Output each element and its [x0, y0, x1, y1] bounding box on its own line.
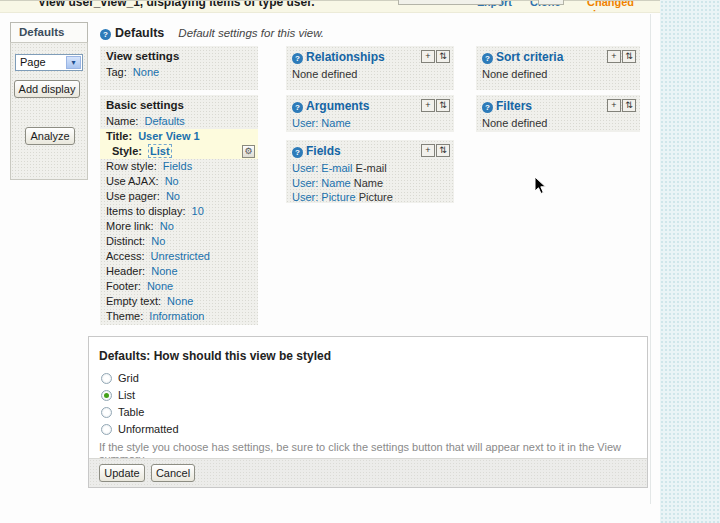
add-icon[interactable]: + [421, 50, 435, 63]
setting-label: Distinct: [106, 235, 145, 247]
radio-option-list[interactable]: List [101, 389, 135, 403]
setting-row-style: Style: List ⚙ [100, 144, 258, 159]
radio-option-table[interactable]: Table [101, 406, 144, 420]
section-buttons: +⇅ [420, 50, 450, 63]
arguments-title-link[interactable]: Arguments [306, 99, 369, 113]
setting-label: Name: [106, 115, 138, 127]
radio-icon[interactable] [101, 424, 112, 435]
basic-settings-panel: Basic settings Name: Defaults Title: Use… [100, 95, 258, 325]
field-label-suffix: Picture [356, 191, 393, 203]
sort-criteria-title-link[interactable]: Sort criteria [496, 50, 563, 64]
display-type-select[interactable]: Page ▾ [15, 54, 83, 71]
admin-tab-remnant [538, 0, 564, 5]
relationships-title-link[interactable]: Relationships [306, 50, 385, 64]
setting-value-link[interactable]: 10 [192, 205, 204, 217]
setting-label: Theme: [106, 310, 143, 322]
setting-row-empty: Empty text: None [100, 294, 258, 309]
setting-label: Use AJAX: [106, 175, 159, 187]
changed-view-link[interactable]: Changed view [587, 0, 660, 13]
setting-label: More link: [106, 220, 154, 232]
setting-value-link[interactable]: No [151, 235, 165, 247]
setting-row-ajax: Use AJAX: No [100, 174, 258, 189]
setting-value-link[interactable]: Defaults [144, 115, 184, 127]
setting-value-link[interactable]: Information [149, 310, 204, 322]
filters-empty-text: None defined [482, 116, 634, 131]
setting-row-access: Access: Unrestricted [100, 249, 258, 264]
radio-label: Table [118, 406, 144, 418]
setting-row-theme: Theme: Information [100, 309, 258, 324]
setting-value-link[interactable]: List [148, 144, 172, 158]
section-buttons: +⇅ [606, 50, 636, 63]
sort-criteria-header: ?Sort criteria +⇅ [482, 50, 634, 65]
setting-row-morelink: More link: No [100, 219, 258, 234]
field-row: User: E-mail E-mail [292, 161, 448, 176]
add-icon[interactable]: + [421, 144, 435, 157]
field-link[interactable]: User: Name [292, 177, 351, 189]
field-label-suffix: Name [351, 177, 383, 189]
fields-title-link[interactable]: Fields [306, 144, 341, 158]
setting-row-items: Items to display: 10 [100, 204, 258, 219]
style-settings-form: Defaults: How should this view be styled… [88, 336, 648, 488]
setting-value-link[interactable]: User View 1 [138, 130, 200, 142]
arguments-header: ?Arguments +⇅ [292, 99, 448, 114]
help-icon[interactable]: ? [482, 102, 493, 113]
update-button[interactable]: Update [99, 464, 145, 482]
rearrange-icon[interactable]: ⇅ [436, 99, 450, 112]
setting-row-rowstyle: Row style: Fields [100, 159, 258, 174]
radio-label: Unformatted [118, 423, 179, 435]
field-link[interactable]: User: E-mail [292, 162, 353, 174]
setting-value-link[interactable]: None [133, 66, 159, 78]
setting-value-link[interactable]: None [147, 280, 173, 292]
help-icon[interactable]: ? [292, 102, 303, 113]
basic-settings-title: Basic settings [106, 99, 252, 111]
radio-option-grid[interactable]: Grid [101, 372, 139, 386]
setting-row-distinct: Distinct: No [100, 234, 258, 249]
filters-title-link[interactable]: Filters [496, 99, 532, 113]
rearrange-icon[interactable]: ⇅ [622, 50, 636, 63]
style-settings-gear-icon[interactable]: ⚙ [242, 145, 255, 158]
help-icon[interactable]: ? [100, 29, 111, 40]
help-icon[interactable]: ? [292, 53, 303, 64]
fields-header: ?Fields +⇅ [292, 144, 448, 159]
setting-value-link[interactable]: No [165, 175, 179, 187]
radio-selected-icon[interactable] [101, 390, 112, 401]
cancel-button[interactable]: Cancel [151, 464, 195, 482]
setting-value-link[interactable]: No [166, 190, 180, 202]
setting-label: Items to display: [106, 205, 185, 217]
setting-value-link[interactable]: None [167, 295, 193, 307]
sort-criteria-empty-text: None defined [482, 67, 634, 82]
rearrange-icon[interactable]: ⇅ [622, 99, 636, 112]
setting-label: Row style: [106, 160, 157, 172]
radio-option-unformatted[interactable]: Unformatted [101, 423, 179, 437]
radio-icon[interactable] [101, 373, 112, 384]
radio-icon[interactable] [101, 407, 112, 418]
view-settings-panel: View settings Tag: None [100, 46, 258, 90]
view-settings-title: View settings [106, 50, 252, 62]
display-tab-defaults[interactable]: Defaults [10, 22, 88, 42]
add-icon[interactable]: + [607, 99, 621, 112]
analyze-button[interactable]: Analyze [25, 127, 75, 145]
setting-value-link[interactable]: No [160, 220, 174, 232]
display-heading: ?DefaultsDefault settings for this view. [100, 26, 324, 40]
setting-row-tag: Tag: None [100, 65, 258, 80]
argument-link[interactable]: User: Name [292, 117, 351, 129]
setting-label: Tag: [106, 66, 127, 78]
add-icon[interactable]: + [607, 50, 621, 63]
add-display-button[interactable]: Add display [14, 80, 80, 98]
setting-label: Title: [106, 130, 132, 142]
container-right-border [650, 14, 651, 504]
add-icon[interactable]: + [421, 99, 435, 112]
setting-value-link[interactable]: Unrestricted [151, 250, 210, 262]
help-icon[interactable]: ? [482, 53, 493, 64]
field-link[interactable]: User: Picture [292, 191, 356, 203]
setting-value-link[interactable]: Fields [163, 160, 192, 172]
setting-value-link[interactable]: None [151, 265, 177, 277]
rearrange-icon[interactable]: ⇅ [436, 144, 450, 157]
fields-panel: ?Fields +⇅ User: E-mail E-mail User: Nam… [286, 140, 454, 203]
radio-label: Grid [118, 372, 139, 384]
field-label-suffix: E-mail [353, 162, 387, 174]
rearrange-icon[interactable]: ⇅ [436, 50, 450, 63]
help-icon[interactable]: ? [292, 147, 303, 158]
relationships-empty-text: None defined [292, 67, 448, 82]
field-row: User: Picture Picture [292, 190, 448, 205]
